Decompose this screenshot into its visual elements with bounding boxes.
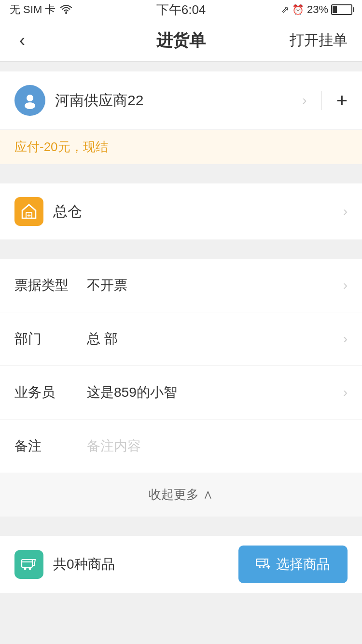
collapse-button[interactable]: 收起更多 ∧ (0, 473, 362, 517)
open-pending-button[interactable]: 打开挂单 (290, 30, 348, 50)
supplier-section: 河南供应商22 › + 应付-20元，现结 (0, 71, 362, 164)
form-section: 票据类型 不开票 › 部门 总 部 › 业务员 这是859的小智 › 备注 备注… (0, 259, 362, 473)
back-button[interactable]: ‹ (14, 26, 30, 56)
svg-point-0 (65, 12, 67, 14)
department-value: 总 部 (77, 330, 343, 348)
select-product-label: 选择商品 (276, 555, 330, 574)
gray-fill (0, 593, 362, 644)
footer-bar: 共0种商品 选择商品 (0, 536, 362, 593)
add-cart-icon (256, 557, 270, 569)
svg-rect-5 (22, 560, 32, 567)
product-icon (14, 550, 43, 579)
svg-point-9 (259, 566, 261, 568)
nav-bar: ‹ 进货单 打开挂单 (0, 19, 362, 62)
sales-rep-value: 这是859的小智 (77, 383, 343, 402)
battery-icon (331, 4, 352, 15)
status-bar: 无 SIM 卡 下午6:04 ⇗ ⏰ 23% (0, 0, 362, 19)
carrier-label: 无 SIM 卡 (10, 2, 56, 17)
status-bar-left: 无 SIM 卡 (10, 2, 73, 17)
svg-point-10 (263, 566, 265, 568)
supplier-row[interactable]: 河南供应商22 › + (0, 71, 362, 130)
warehouse-chevron-icon: › (343, 204, 348, 219)
ticket-type-row[interactable]: 票据类型 不开票 › (0, 259, 362, 312)
battery-label: 23% (307, 3, 328, 16)
supplier-divider (321, 91, 322, 110)
svg-point-7 (29, 568, 31, 570)
sales-rep-chevron-icon: › (343, 385, 348, 400)
section-gap-3 (0, 239, 362, 249)
remark-row[interactable]: 备注 备注内容 (0, 420, 362, 473)
supplier-avatar (14, 85, 45, 116)
house-icon (20, 203, 38, 220)
status-bar-time: 下午6:04 (156, 1, 206, 18)
info-banner: 应付-20元，现结 (0, 130, 362, 164)
remark-placeholder[interactable]: 备注内容 (77, 437, 348, 455)
ticket-type-chevron-icon: › (343, 278, 348, 293)
section-gap-4 (0, 517, 362, 526)
department-row[interactable]: 部门 总 部 › (0, 312, 362, 366)
supplier-chevron-icon: › (302, 93, 306, 108)
svg-rect-8 (256, 559, 265, 566)
product-count-label: 共0种商品 (53, 555, 229, 574)
collapse-label: 收起更多 ∧ (149, 487, 213, 502)
ticket-type-label: 票据类型 (14, 276, 77, 294)
status-bar-right: ⇗ ⏰ 23% (281, 3, 352, 16)
section-gap-2 (0, 164, 362, 174)
svg-point-3 (25, 102, 35, 109)
page-title: 进货单 (156, 29, 206, 52)
section-gap-1 (0, 62, 362, 71)
supplier-name: 河南供应商22 (55, 91, 302, 111)
svg-point-2 (27, 95, 33, 101)
gps-icon: ⇗ (281, 4, 289, 15)
department-label: 部门 (14, 330, 77, 348)
remark-label: 备注 (14, 437, 77, 455)
info-text: 应付-20元，现结 (14, 140, 108, 154)
warehouse-name: 总仓 (53, 202, 343, 222)
add-button[interactable]: + (336, 90, 348, 112)
sales-rep-label: 业务员 (14, 383, 77, 402)
select-btn-icon (256, 557, 270, 573)
warehouse-icon (14, 197, 43, 226)
wifi-icon (59, 5, 73, 14)
cart-icon (20, 556, 38, 573)
warehouse-row[interactable]: 总仓 › (0, 183, 362, 239)
alarm-icon: ⏰ (292, 4, 304, 15)
person-icon (21, 91, 39, 110)
select-product-button[interactable]: 选择商品 (238, 546, 348, 583)
sales-rep-row[interactable]: 业务员 这是859的小智 › (0, 366, 362, 420)
warehouse-section: 总仓 › (0, 183, 362, 239)
svg-point-6 (24, 568, 27, 570)
ticket-type-value: 不开票 (77, 276, 343, 294)
department-chevron-icon: › (343, 331, 348, 347)
